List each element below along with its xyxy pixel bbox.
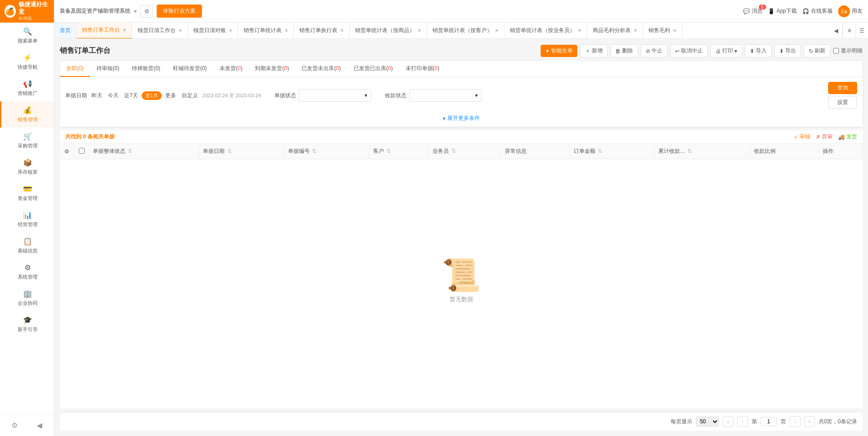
th-number[interactable]: 单据编号 ⇅ — [284, 144, 369, 159]
filter-tab-7[interactable]: 已发货已出库(0) — [347, 61, 399, 77]
tab-0[interactable]: 首页 — [54, 23, 77, 39]
tab-close-8[interactable]: ✕ — [578, 28, 581, 33]
horizontal-scrollbar[interactable] — [60, 403, 863, 408]
sidebar-item-marketing[interactable]: 📢营销推广 — [0, 75, 54, 101]
export-button[interactable]: ⬇ 导出 — [774, 44, 801, 57]
th-status[interactable]: 单据整体状态 ⇅ — [89, 144, 199, 159]
app-download-button[interactable]: 📱 App下载 — [768, 7, 797, 15]
tab-menu-button[interactable]: ☰ — [855, 23, 868, 39]
filter-tab-2[interactable]: 待择验货(0) — [125, 61, 167, 77]
delete-button[interactable]: 🗑 删除 — [610, 44, 638, 57]
sidebar-item-basic[interactable]: 📋基础信息 — [0, 232, 54, 259]
filter-tab-0[interactable]: 全部(0) — [60, 61, 90, 77]
tab-8[interactable]: 销货单统计表（按业务员）✕ — [504, 23, 587, 39]
tab-5[interactable]: 销售订单执行表✕ — [294, 23, 350, 39]
tab-close-5[interactable]: ✕ — [340, 28, 344, 33]
first-page-button[interactable]: « — [723, 416, 734, 427]
tab-scroll-left[interactable]: ◀ — [830, 23, 843, 39]
sidebar-item-system[interactable]: ⚙系统管理 — [0, 259, 54, 285]
sidebar-item-search[interactable]: 🔍搜索菜单 — [0, 23, 54, 49]
select-all-checkbox[interactable] — [79, 148, 85, 154]
sidebar-item-inventory[interactable]: 📦库存核算 — [0, 154, 54, 180]
date-shortcut-昨天[interactable]: 昨天 — [90, 91, 104, 100]
th-date[interactable]: 单据日期 ⇅ — [199, 144, 284, 159]
date-shortcut-近1月[interactable]: 近1月 — [142, 91, 162, 100]
filter-tab-4[interactable]: 未发货(0) — [213, 61, 249, 77]
tab-close-6[interactable]: ✕ — [417, 28, 421, 33]
user-menu[interactable]: Ea 用友 — [838, 5, 863, 17]
tab-9[interactable]: 商品毛利分析表✕ — [587, 23, 643, 39]
date-shortcut-自定义[interactable]: 自定义 — [180, 91, 200, 100]
sidebar-item-operation[interactable]: 📊经营管理 — [0, 206, 54, 232]
cancel-stop-button[interactable]: ↩ 取消中止 — [670, 44, 708, 57]
filter-tab-1[interactable]: 待审核(0) — [90, 61, 126, 77]
next-page-button[interactable]: › — [790, 416, 801, 427]
page-input[interactable] — [761, 417, 777, 426]
date-shortcut-更多[interactable]: 更多 — [163, 91, 178, 100]
tab-4[interactable]: 销售订单统计表✕ — [238, 23, 294, 39]
tab-2[interactable]: 钱货日清工作台✕ — [132, 23, 188, 39]
show-detail-checkbox[interactable]: 显示明细 — [833, 47, 863, 55]
filter-tab-3[interactable]: 旺铺待发货(0) — [167, 61, 213, 77]
th-checkbox[interactable] — [74, 144, 89, 159]
sidebar-item-purchase[interactable]: 🛒采购管理 — [0, 128, 54, 154]
tab-3[interactable]: 钱货日清对账✕ — [188, 23, 238, 39]
th-salesperson[interactable]: 业务员 ⇅ — [429, 144, 501, 159]
tab-7[interactable]: 销货单统计表（按客户）✕ — [427, 23, 504, 39]
tab-close-3[interactable]: ✕ — [229, 28, 232, 33]
tab-close-4[interactable]: ✕ — [284, 28, 288, 33]
smart-create-button[interactable]: ✦ 智能生单 — [541, 45, 577, 57]
sidebar-item-finance[interactable]: 💳资金管理 — [0, 180, 54, 206]
filter-tab-8[interactable]: 未打印单据(0) — [399, 61, 446, 77]
filter-tab-5[interactable]: 到期未发货(0) — [249, 61, 295, 77]
filter-setting-button[interactable]: 设置 — [828, 96, 857, 109]
sidebar-item-guide[interactable]: 🎓新手引导 — [0, 311, 54, 337]
tab-close-1[interactable]: ✕ — [123, 28, 126, 33]
tab-close-10[interactable]: ✕ — [673, 28, 676, 33]
add-button[interactable]: ＋ 新增 — [580, 44, 608, 57]
date-shortcut-今天[interactable]: 今天 — [106, 91, 120, 100]
status-select[interactable]: ▾ — [299, 89, 371, 102]
industry-solution-button[interactable]: 体验行业方案 — [157, 5, 202, 18]
last-page-button[interactable]: » — [804, 416, 815, 427]
table-scroll-area[interactable]: ⚙ 单据整体状态 ⇅ 单据日期 ⇅ 单据编号 ⇅ 客户 ⇅ 业务员 ⇅ 异常信息… — [60, 144, 863, 159]
tab-close-2[interactable]: ✕ — [178, 28, 182, 33]
sidebar-item-quick-nav[interactable]: ⚡快捷导航 — [0, 49, 54, 75]
th-settings[interactable]: ⚙ — [60, 144, 74, 159]
tab-close-9[interactable]: ✕ — [633, 28, 637, 33]
online-service-button[interactable]: 🎧 在线客服 — [802, 7, 833, 15]
cancel-stop-icon: ↩ — [675, 48, 680, 54]
receipt-select[interactable]: ▾ — [409, 89, 482, 102]
ship-action-button[interactable]: 🚚 发货 — [838, 133, 857, 141]
close-all-tabs-button[interactable]: ✕ — [843, 23, 855, 39]
th-collected[interactable]: 累计收款... ⇅ — [655, 144, 750, 159]
th-amount[interactable]: 订单金额 ⇅ — [570, 144, 655, 159]
refresh-button[interactable]: ↻ 刷新 — [804, 44, 830, 57]
show-detail-input[interactable] — [833, 48, 839, 54]
review-action-button[interactable]: ✓ 审核 — [794, 133, 810, 141]
sidebar-item-sales[interactable]: 💰销售管理 — [0, 101, 54, 128]
tab-1[interactable]: 销售订单工作台✕ — [77, 23, 132, 39]
stop-button[interactable]: ⊘ 中止 — [641, 44, 667, 57]
th-customer[interactable]: 客户 ⇅ — [369, 144, 429, 159]
print-button[interactable]: 🖨 打印 ▾ — [710, 44, 742, 57]
prev-page-button[interactable]: ‹ — [737, 416, 748, 427]
filter-tab-6[interactable]: 已发货未出库(0) — [295, 61, 347, 77]
tab-10[interactable]: 销售毛利✕ — [643, 23, 682, 39]
topbar-gear-button[interactable]: ⚙ — [140, 5, 153, 18]
expand-conditions-button[interactable]: ▾ 展开更多条件 — [443, 114, 480, 122]
tab-label-10: 销售毛利 — [648, 27, 670, 34]
query-button[interactable]: 查询 — [828, 82, 857, 94]
per-page-select[interactable]: 50 100 200 — [696, 417, 719, 427]
collapse-button[interactable]: ◀ — [29, 418, 51, 432]
message-button[interactable]: 💬 消息 6 — [743, 7, 762, 15]
sidebar-item-enterprise[interactable]: 🏢企业协同 — [0, 285, 54, 311]
system-dropdown-icon[interactable]: ▾ — [134, 8, 137, 14]
tab-6[interactable]: 销货单统计表（按商品）✕ — [350, 23, 427, 39]
date-shortcut-近7天[interactable]: 近7天 — [122, 91, 140, 100]
tabbar: 首页销售订单工作台✕钱货日清工作台✕钱货日清对账✕销售订单统计表✕销售订单执行表… — [54, 23, 868, 39]
cancel-review-action-button[interactable]: ✗ 弃审 — [816, 133, 833, 141]
settings-button[interactable]: ⚙ — [4, 418, 25, 432]
tab-close-7[interactable]: ✕ — [495, 28, 499, 33]
import-button[interactable]: ⬆ 导入 — [745, 44, 772, 57]
